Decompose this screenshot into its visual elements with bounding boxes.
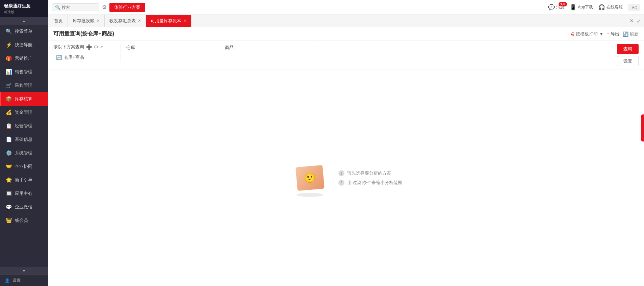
expand-tab-btn[interactable]: ⤢ <box>637 18 641 24</box>
empty-state: 1 请先选择要分析的方案 2 用[过滤]条件来缩小分析范围 <box>48 70 644 286</box>
sidebar-item-wechat[interactable]: 💬企业微信 <box>0 200 48 214</box>
sidebar: 畅康通好生意 标准版 ▲ 🔍搜索菜单⚡快捷导航🎁营销推广📊销售管理🛒采购管理📦库… <box>0 0 48 286</box>
tab-batch-ledger-close[interactable]: ✕ <box>97 19 100 23</box>
tab-batch-ledger[interactable]: 库存批次账 ✕ <box>68 15 105 27</box>
search-input[interactable] <box>62 5 96 10</box>
search-icon: 🔍 <box>55 5 60 10</box>
tab-available-ledger[interactable]: 可用量库存账本 ✕ <box>146 15 191 27</box>
footer-icon: 👤 <box>5 278 10 283</box>
sidebar-item-system[interactable]: ⚙️系统管理 <box>0 146 48 160</box>
user-menu[interactable]: Rit <box>628 4 640 11</box>
warehouse-input[interactable] <box>137 44 215 51</box>
sidebar-footer[interactable]: 👤 设置 <box>0 275 48 286</box>
export-icon: ↑ <box>607 31 609 37</box>
query-button[interactable]: 查询 <box>617 44 639 54</box>
hint-num-1: 1 <box>338 170 344 176</box>
main-area: 🔍 ⚙ 体验行业方案 💬 消息 99+ 📱 App下载 🎧 在线客服 Rit <box>48 0 644 286</box>
message-badge: 99+ <box>559 2 567 6</box>
page-title: 可用量查询(按仓库+商品) <box>53 30 114 37</box>
sidebar-icon-purchase: 🛒 <box>6 82 12 88</box>
trial-button[interactable]: 体验行业方案 <box>109 3 145 12</box>
sidebar-item-sales[interactable]: 📊销售管理 <box>0 65 48 79</box>
empty-shadow <box>297 193 324 197</box>
app-download-label: App下载 <box>578 4 593 10</box>
sidebar-item-inventory[interactable]: 📦库存核算 <box>0 92 48 106</box>
sidebar-item-marketing[interactable]: 🎁营销推广 <box>0 52 48 65</box>
page-header-actions: 🖨 按模板打印 ▼ ↑ 导出 🔄 刷新 <box>570 31 639 37</box>
refresh-icon: 🔄 <box>623 31 628 37</box>
brand-name: 畅康通好生意 <box>4 3 44 9</box>
sidebar-icon-newbie: 🌟 <box>6 177 12 183</box>
tab-available-ledger-label: 可用量库存账本 <box>151 18 181 24</box>
scroll-down-btn[interactable]: ▼ <box>0 267 48 275</box>
sidebar-label-operation: 经营管理 <box>15 123 32 129</box>
filter-field-goods: 商品 ··· <box>225 44 319 51</box>
sidebar-icon-search: 🔍 <box>6 28 12 34</box>
filter-actions: 查询 设置 <box>617 44 639 66</box>
footer-label: 设置 <box>12 278 21 283</box>
sidebar-item-basic[interactable]: 📄基础信息 <box>0 133 48 146</box>
sidebar-label-shortcuts: 快捷导航 <box>15 42 32 48</box>
sidebar-icon-basic: 📄 <box>6 136 12 142</box>
hint-num-2: 2 <box>338 180 344 186</box>
sidebar-item-appstore[interactable]: 🔲应用中心 <box>0 187 48 200</box>
app-download-btn[interactable]: 📱 App下载 <box>570 4 593 10</box>
headset-icon: 🎧 <box>598 4 605 10</box>
goods-input[interactable] <box>236 44 313 51</box>
search-box[interactable]: 🔍 <box>52 3 99 11</box>
print-dropdown-icon[interactable]: ▼ <box>599 31 603 36</box>
topbar: 🔍 ⚙ 体验行业方案 💬 消息 99+ 📱 App下载 🎧 在线客服 Rit <box>48 0 644 15</box>
tab-receive-summary[interactable]: 收发存汇总表 ✕ <box>105 15 146 27</box>
sidebar-item-search[interactable]: 🔍搜索菜单 <box>0 25 48 38</box>
warehouse-more-btn[interactable]: ··· <box>217 45 221 50</box>
tab-batch-ledger-label: 库存批次账 <box>73 18 95 24</box>
filter-scheme: 按以下方案查询 ➕ ⚙ « 🔄 仓库+商品 <box>53 44 121 62</box>
refresh-action[interactable]: 🔄 刷新 <box>623 31 639 37</box>
collapse-scheme-btn[interactable]: « <box>100 44 103 50</box>
sidebar-header: 畅康通好生意 标准版 <box>0 0 48 17</box>
close-tab-btn[interactable]: ✕ <box>629 18 634 24</box>
sidebar-item-shortcuts[interactable]: ⚡快捷导航 <box>0 38 48 52</box>
empty-hint-1: 1 请先选择要分析的方案 <box>338 170 402 176</box>
tabs-bar: 首页 库存批次账 ✕ 收发存汇总表 ✕ 可用量库存账本 ✕ ✕ ⤢ <box>48 15 644 27</box>
sidebar-label-finance: 资金管理 <box>15 109 32 115</box>
sidebar-item-enterprise[interactable]: 🤝企业协同 <box>0 160 48 173</box>
sidebar-item-finance[interactable]: 💰资金管理 <box>0 106 48 119</box>
online-service-btn[interactable]: 🎧 在线客服 <box>598 4 623 10</box>
print-icon: 🖨 <box>570 31 574 37</box>
sidebar-icon-appstore: 🔲 <box>6 190 12 197</box>
tab-receive-summary-close[interactable]: ✕ <box>138 19 141 23</box>
sidebar-label-sales: 销售管理 <box>15 69 32 75</box>
sidebar-icon-system: ⚙️ <box>6 150 12 156</box>
sidebar-label-system: 系统管理 <box>15 150 32 156</box>
tab-home[interactable]: 首页 <box>48 15 68 27</box>
message-btn[interactable]: 💬 消息 99+ <box>548 4 564 10</box>
sidebar-label-wechat: 企业微信 <box>15 204 32 210</box>
goods-label: 商品 <box>225 45 234 51</box>
sidebar-label-appstore: 应用中心 <box>15 190 32 197</box>
empty-illustration <box>290 158 330 198</box>
settings-button[interactable]: 设置 <box>617 56 639 66</box>
scheme-warehouse-goods[interactable]: 🔄 仓库+商品 <box>53 53 117 62</box>
sidebar-label-basic: 基础信息 <box>15 136 32 142</box>
sidebar-item-purchase[interactable]: 🛒采购管理 <box>0 79 48 92</box>
hint-text-2: 用[过滤]条件来缩小分析范围 <box>347 180 402 186</box>
online-service-label: 在线客服 <box>607 4 623 10</box>
sidebar-item-newbie[interactable]: 🌟新手引导 <box>0 173 48 187</box>
goods-more-btn[interactable]: ··· <box>315 45 319 50</box>
sidebar-icon-finance: 💰 <box>6 109 12 115</box>
sidebar-item-member[interactable]: 👑畅会员 <box>0 214 48 227</box>
print-action[interactable]: 🖨 按模板打印 ▼ <box>570 31 603 37</box>
sidebar-label-purchase: 采购管理 <box>15 82 32 88</box>
right-scroll-handle[interactable] <box>641 114 644 141</box>
edit-scheme-btn[interactable]: ⚙ <box>94 44 98 50</box>
filter-scheme-header: 按以下方案查询 ➕ ⚙ « <box>53 44 117 50</box>
settings-icon[interactable]: ⚙ <box>102 4 107 10</box>
filter-field-warehouse: 仓库 ··· <box>126 44 221 51</box>
sidebar-item-operation[interactable]: 📋经营管理 <box>0 119 48 133</box>
hint-text-1: 请先选择要分析的方案 <box>347 170 391 176</box>
scroll-up-btn[interactable]: ▲ <box>0 17 48 25</box>
tab-available-ledger-close[interactable]: ✕ <box>183 19 186 23</box>
add-scheme-btn[interactable]: ➕ <box>86 44 92 50</box>
export-action[interactable]: ↑ 导出 <box>607 31 619 37</box>
